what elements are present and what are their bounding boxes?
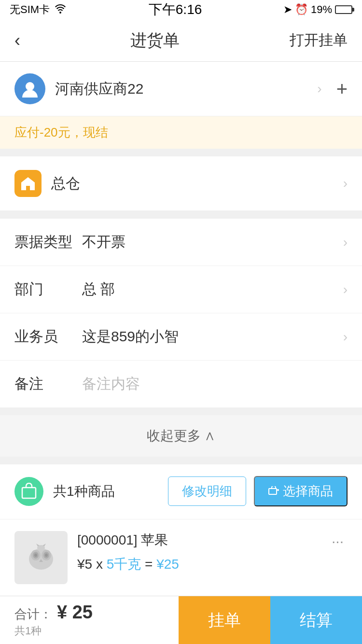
alarm-icon: ⏰	[295, 3, 308, 16]
shopping-icon	[20, 483, 38, 500]
add-supplier-button[interactable]: +	[336, 78, 348, 100]
product-more-button[interactable]: ···	[328, 531, 348, 551]
product-title: 苹果	[141, 532, 168, 547]
back-button[interactable]: ‹	[14, 30, 20, 51]
svg-rect-1	[22, 488, 36, 498]
warehouse-label: 总仓	[51, 174, 343, 194]
status-time: 下午6:16	[149, 0, 202, 19]
svg-point-10	[34, 554, 37, 557]
product-count-icon	[14, 477, 43, 506]
user-icon	[20, 79, 40, 98]
product-owl-icon	[24, 541, 58, 574]
warehouse-row[interactable]: 总仓 ›	[0, 156, 362, 211]
battery-percent: 19%	[311, 3, 332, 16]
product-total: ¥25	[156, 557, 179, 572]
warehouse-arrow-icon: ›	[343, 176, 348, 191]
salesman-row[interactable]: 业务员 这是859的小智 ›	[0, 313, 362, 361]
supplier-notice: 应付-20元，现结	[0, 116, 362, 149]
warehouse-section: 总仓 ›	[0, 156, 362, 211]
cart-icon	[268, 486, 279, 497]
department-arrow: ›	[343, 282, 348, 297]
total-label: 合计： ¥ 25	[14, 602, 164, 623]
remark-row[interactable]: 备注 备注内容	[0, 361, 362, 407]
department-value: 总 部	[82, 280, 343, 299]
svg-rect-2	[269, 489, 277, 494]
department-label: 部门	[14, 280, 82, 299]
settle-button[interactable]: 结算	[270, 596, 362, 644]
total-amount: ¥ 25	[57, 602, 93, 623]
invoice-type-row[interactable]: 票据类型 不开票 ›	[0, 219, 362, 266]
open-hang-button[interactable]: 打开挂单	[290, 30, 348, 50]
content: 河南供应商22 › + 应付-20元，现结 总仓 › 票据类型 不开票 › 部门…	[0, 62, 362, 644]
product-count-label: 共1种商品	[53, 482, 168, 501]
product-code: [0000001]	[77, 532, 138, 547]
supplier-avatar	[14, 73, 45, 104]
select-product-button[interactable]: 选择商品	[254, 476, 348, 506]
form-section: 票据类型 不开票 › 部门 总 部 › 业务员 这是859的小智 › 备注 备注…	[0, 219, 362, 407]
wifi-icon	[54, 3, 67, 16]
product-qty: 5千克	[107, 557, 141, 572]
products-section: 共1种商品 修改明细 选择商品	[0, 464, 362, 596]
product-unit-price: ¥5	[77, 557, 92, 572]
modify-detail-button[interactable]: 修改明细	[168, 476, 246, 506]
invoice-type-label: 票据类型	[14, 232, 82, 252]
invoice-type-value: 不开票	[82, 232, 343, 252]
select-product-label: 选择商品	[283, 483, 333, 500]
salesman-label: 业务员	[14, 327, 82, 347]
product-item: [0000001] 苹果 ¥5 x 5千克 = ¥25 ···	[0, 519, 362, 596]
remark-input[interactable]: 备注内容	[82, 374, 348, 394]
status-bar: 无SIM卡 下午6:16 ➤ ⏰ 19%	[0, 0, 362, 19]
svg-point-11	[45, 554, 48, 557]
supplier-row[interactable]: 河南供应商22 › +	[0, 62, 362, 116]
salesman-value: 这是859的小智	[82, 327, 343, 347]
status-right: ➤ ⏰ 19%	[283, 3, 352, 16]
total-area: 合计： ¥ 25 共1种	[0, 602, 179, 638]
collapse-bar[interactable]: 收起更多 ∧	[0, 415, 362, 457]
remark-label: 备注	[14, 374, 82, 394]
page-title: 进货单	[130, 29, 180, 52]
svg-point-0	[26, 82, 34, 91]
hang-button[interactable]: 挂单	[179, 596, 270, 644]
nav-bar: ‹ 进货单 打开挂单	[0, 19, 362, 62]
department-row[interactable]: 部门 总 部 ›	[0, 266, 362, 313]
product-price: ¥5 x 5千克 = ¥25	[77, 555, 328, 574]
total-prefix: 合计：	[14, 606, 52, 623]
supplier-section: 河南供应商22 › + 应付-20元，现结	[0, 62, 362, 149]
product-name: [0000001] 苹果	[77, 531, 328, 549]
products-header: 共1种商品 修改明细 选择商品	[0, 464, 362, 518]
battery-icon	[335, 5, 352, 14]
carrier-label: 无SIM卡	[10, 2, 50, 17]
supplier-arrow-icon: ›	[317, 81, 321, 97]
total-count: 共1种	[14, 624, 164, 638]
location-icon: ➤	[283, 3, 292, 16]
warehouse-icon	[14, 170, 42, 197]
bottom-bar: 合计： ¥ 25 共1种 挂单 结算	[0, 596, 362, 644]
salesman-arrow: ›	[343, 329, 348, 345]
product-thumbnail	[14, 531, 68, 584]
status-left: 无SIM卡	[10, 2, 67, 17]
invoice-type-arrow: ›	[343, 235, 348, 250]
product-info: [0000001] 苹果 ¥5 x 5千克 = ¥25	[77, 531, 328, 574]
supplier-name: 河南供应商22	[55, 79, 317, 99]
house-icon	[20, 175, 36, 192]
